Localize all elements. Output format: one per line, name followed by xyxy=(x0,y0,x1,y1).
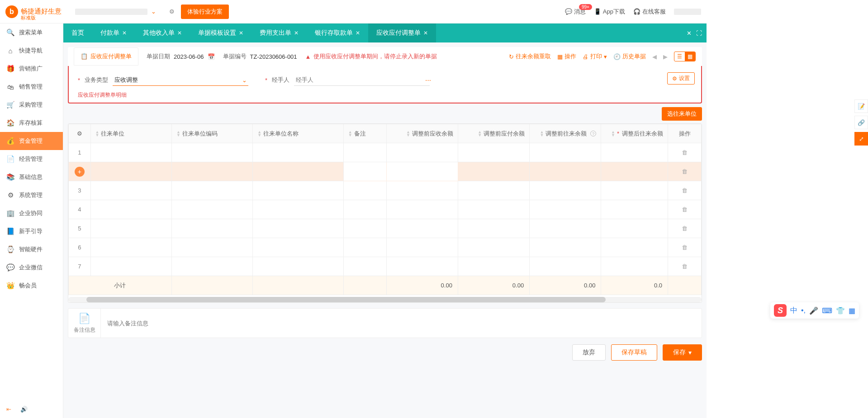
sidebar-item-enterprise[interactable]: 🏢企业协同 xyxy=(0,204,63,222)
messages-button[interactable]: 💬 消息 99+ xyxy=(565,8,586,16)
print-button[interactable]: 🖨打印 ▾ xyxy=(583,52,607,61)
card-view-icon[interactable]: ▦ xyxy=(685,52,695,61)
cell-unit-name[interactable] xyxy=(253,219,343,238)
sidebar-item-inventory[interactable]: 🏠库存核算 xyxy=(0,114,63,132)
sidebar-item-guide[interactable]: 📘新手引导 xyxy=(0,222,63,240)
sidebar-item-purchase[interactable]: 🛒采购管理 xyxy=(0,96,63,114)
support-button[interactable]: 🎧 在线客服 xyxy=(633,8,666,16)
ime-lang[interactable]: 中 xyxy=(790,306,797,315)
ime-dot-icon[interactable]: •, xyxy=(801,306,806,315)
cell-unit-code[interactable] xyxy=(171,257,252,276)
col-unit-name[interactable]: ▲▼往来单位名称 xyxy=(253,124,343,143)
collapse-icon[interactable]: ⇤ xyxy=(6,406,11,413)
tab-单据模板设置[interactable]: 单据模板设置✕ xyxy=(190,23,251,42)
gear-icon[interactable]: ⚙ xyxy=(169,8,175,15)
discard-button[interactable]: 放弃 xyxy=(572,344,606,361)
col-unit[interactable]: ▲▼往来单位 xyxy=(90,124,171,143)
cell-post-bal[interactable] xyxy=(601,181,668,200)
tab-付款单[interactable]: 付款单✕ xyxy=(92,23,135,42)
cell-unit-name[interactable] xyxy=(253,181,343,200)
prev-icon[interactable]: ◀ xyxy=(652,53,657,60)
sound-icon[interactable]: 🔊 xyxy=(20,406,28,413)
table-row[interactable]: +🗑 xyxy=(69,162,702,181)
cell-pre-recv[interactable] xyxy=(386,181,458,200)
regen-balance-button[interactable]: ↻往来余额重取 xyxy=(509,52,551,61)
more-icon[interactable]: ⋯ xyxy=(425,77,432,84)
user-avatar[interactable] xyxy=(674,9,701,15)
cell-pre-pay[interactable] xyxy=(458,162,529,181)
cell-post-bal[interactable] xyxy=(601,143,668,162)
cell-unit-code[interactable] xyxy=(171,200,252,219)
cell-pre-bal[interactable] xyxy=(530,257,601,276)
sidebar-item-wechat[interactable]: 💬企业微信 xyxy=(0,258,63,277)
cell-unit[interactable] xyxy=(90,257,171,276)
cell-pre-bal[interactable] xyxy=(530,162,601,181)
close-icon[interactable]: ✕ xyxy=(122,30,127,36)
cell-unit-code[interactable] xyxy=(171,143,252,162)
delete-row-button[interactable]: 🗑 xyxy=(668,181,702,200)
tab-首页[interactable]: 首页 xyxy=(63,23,92,42)
sidebar-item-quick-nav[interactable]: ⌂快捷导航 xyxy=(0,42,63,60)
table-row[interactable]: 3🗑 xyxy=(69,181,702,200)
delete-row-button[interactable]: 🗑 xyxy=(668,257,702,276)
handler-input[interactable] xyxy=(294,74,430,86)
col-config[interactable]: ⚙ xyxy=(69,124,91,143)
cell-pre-pay[interactable] xyxy=(458,143,529,162)
save-draft-button[interactable]: 保存草稿 xyxy=(611,344,657,361)
col-pre-pay[interactable]: ▲▼调整前应付余额 xyxy=(458,124,529,143)
cell-pre-recv[interactable] xyxy=(386,200,458,219)
cell-post-bal[interactable] xyxy=(601,162,668,181)
cell-unit-code[interactable] xyxy=(171,219,252,238)
sidebar-item-system[interactable]: ⚙系统管理 xyxy=(0,186,63,204)
scrollbar-thumb[interactable] xyxy=(86,297,606,302)
cell-remark[interactable] xyxy=(343,162,386,181)
cell-post-bal[interactable] xyxy=(601,219,668,238)
help-icon[interactable]: ? xyxy=(590,131,596,136)
select-unit-button[interactable]: 选往来单位 xyxy=(662,107,702,121)
sidebar-item-sales[interactable]: 🛍销售管理 xyxy=(0,78,63,96)
cell-unit[interactable] xyxy=(90,143,171,162)
cell-pre-bal[interactable] xyxy=(530,238,601,257)
tab-费用支出单[interactable]: 费用支出单✕ xyxy=(251,23,307,42)
close-icon[interactable]: ✕ xyxy=(356,30,360,36)
sidebar-item-funds[interactable]: 💰资金管理 xyxy=(0,132,63,150)
cell-pre-bal[interactable] xyxy=(530,200,601,219)
cell-unit[interactable] xyxy=(90,200,171,219)
delete-row-button[interactable]: 🗑 xyxy=(668,238,702,257)
table-row[interactable]: 4🗑 xyxy=(69,200,702,219)
table-row[interactable]: 5🗑 xyxy=(69,219,702,238)
tab-其他收入单[interactable]: 其他收入单✕ xyxy=(135,23,190,42)
sidebar-item-basic-info[interactable]: 📚基础信息 xyxy=(0,168,63,186)
cell-pre-bal[interactable] xyxy=(530,143,601,162)
cell-unit-name[interactable] xyxy=(253,257,343,276)
table-row[interactable]: 7🗑 xyxy=(69,257,702,276)
delete-row-button[interactable]: 🗑 xyxy=(668,143,702,162)
cell-remark[interactable] xyxy=(343,143,386,162)
tab-银行存取款单[interactable]: 银行存取款单✕ xyxy=(307,23,368,42)
settings-button[interactable]: ⚙设置 xyxy=(667,72,695,85)
cell-pre-pay[interactable] xyxy=(458,200,529,219)
add-row-button[interactable]: + xyxy=(75,167,85,177)
ime-widget[interactable]: S 中 •, 🎤 ⌨ 👕 ▦ xyxy=(770,302,859,319)
calendar-icon[interactable]: 📅 xyxy=(208,53,215,60)
cell-pre-pay[interactable] xyxy=(458,181,529,200)
date-value[interactable]: 2023-06-06 xyxy=(174,53,204,60)
save-button[interactable]: 保存▾ xyxy=(663,344,702,361)
list-view-icon[interactable]: ☰ xyxy=(674,52,685,61)
close-icon[interactable]: ✕ xyxy=(294,30,299,36)
org-selector[interactable]: ⌄ xyxy=(75,8,166,15)
cell-unit[interactable] xyxy=(90,219,171,238)
history-button[interactable]: 🕘历史单据 xyxy=(613,52,646,61)
delete-row-button[interactable]: 🗑 xyxy=(668,162,702,181)
cell-unit[interactable] xyxy=(90,162,171,181)
cell-unit-code[interactable] xyxy=(171,238,252,257)
cell-pre-recv[interactable] xyxy=(386,143,458,162)
cell-unit[interactable] xyxy=(90,238,171,257)
col-pre-recv[interactable]: ▲▼调整前应收余额 xyxy=(386,124,458,143)
sidebar-item-hardware[interactable]: ⌚智能硬件 xyxy=(0,240,63,258)
rail-expand-icon[interactable]: ⤢ xyxy=(854,132,868,146)
cell-unit-name[interactable] xyxy=(253,200,343,219)
cell-unit-name[interactable] xyxy=(253,143,343,162)
cell-pre-recv[interactable] xyxy=(386,162,458,181)
sidebar-item-operation[interactable]: 📄经营管理 xyxy=(0,150,63,168)
